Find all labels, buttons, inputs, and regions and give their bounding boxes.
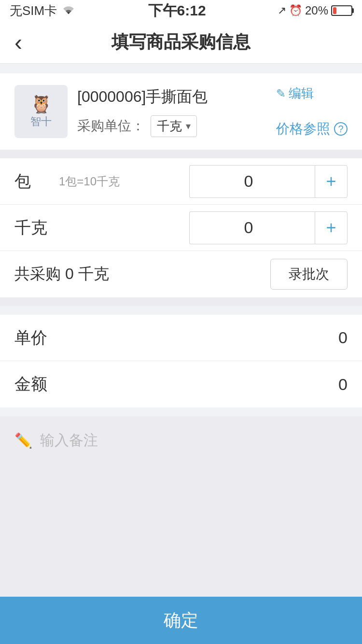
bag-input-row: 包 1包=10千克 +: [0, 158, 362, 205]
unit-price-row: 单价 0: [0, 315, 362, 361]
product-info: [0000006]手撕面包 采购单位： 千克 ▾: [77, 86, 266, 137]
bag-input[interactable]: [189, 165, 315, 198]
kg-label: 千克: [14, 217, 53, 239]
price-ref-help-icon: ?: [334, 122, 348, 136]
bag-input-wrap: +: [120, 165, 348, 198]
status-carrier: 无SIM卡: [10, 2, 76, 19]
edit-icon: ✎: [276, 87, 286, 100]
battery-pct: 20%: [305, 4, 328, 17]
unit-value: 千克: [157, 118, 182, 135]
confirm-button[interactable]: 确定: [0, 597, 362, 644]
divider-2: [0, 297, 362, 306]
amount-label: 金额: [14, 373, 47, 395]
batch-button[interactable]: 录批次: [270, 259, 348, 290]
unit-dropdown-icon: ▾: [186, 120, 191, 132]
kg-input-row: 千克 +: [0, 205, 362, 251]
status-time: 下午6:12: [148, 1, 206, 21]
kg-input[interactable]: [189, 211, 315, 244]
back-button[interactable]: ‹: [14, 29, 22, 56]
summary-row: 共采购 0 千克 录批次: [0, 251, 362, 297]
location-icon: ↗: [278, 4, 286, 17]
carrier-text: 无SIM卡: [10, 2, 57, 19]
product-image: 🦉 智十: [14, 85, 68, 138]
bag-label: 包: [14, 170, 53, 193]
pencil-icon: ✏️: [14, 432, 32, 449]
notes-placeholder: 输入备注: [40, 431, 98, 450]
product-card: 🦉 智十 [0000006]手撕面包 采购单位： 千克 ▾ ✎ 编辑 价格参照 …: [0, 73, 362, 150]
price-section: 单价 0 金额 0: [0, 315, 362, 407]
kg-plus-button[interactable]: +: [315, 211, 348, 244]
kg-input-wrap: +: [53, 211, 348, 244]
unit-price-value: 0: [338, 328, 348, 347]
input-section: 包 1包=10千克 + 千克 + 共采购 0 千克 录批次: [0, 158, 362, 297]
bag-sublabel: 1包=10千克: [59, 174, 120, 189]
amount-value: 0: [338, 375, 348, 394]
price-ref-button[interactable]: 价格参照 ?: [276, 120, 348, 138]
battery-icon: [331, 5, 352, 16]
unit-selector[interactable]: 千克 ▾: [151, 115, 197, 137]
divider-1: [0, 150, 362, 158]
unit-price-label: 单价: [14, 327, 47, 349]
page-title: 填写商品采购信息: [111, 30, 251, 54]
product-name: [0000006]手撕面包: [77, 86, 266, 108]
product-card-right: ✎ 编辑 价格参照 ?: [276, 85, 348, 138]
edit-button[interactable]: ✎ 编辑: [276, 85, 314, 102]
nav-bar: ‹ 填写商品采购信息: [0, 21, 362, 64]
wifi-icon: [61, 5, 76, 16]
price-ref-label: 价格参照: [276, 120, 330, 138]
product-unit-row: 采购单位： 千克 ▾: [77, 115, 266, 137]
bag-plus-button[interactable]: +: [315, 165, 348, 198]
notes-section[interactable]: ✏️ 输入备注: [0, 416, 362, 465]
status-bar: 无SIM卡 下午6:12 ↗ ⏰ 20%: [0, 0, 362, 21]
bottom-space: [0, 465, 362, 610]
amount-row: 金额 0: [0, 361, 362, 407]
unit-label: 采购单位：: [77, 117, 145, 135]
alarm-icon: ⏰: [289, 4, 302, 17]
summary-text: 共采购 0 千克: [14, 264, 109, 285]
status-right: ↗ ⏰ 20%: [278, 4, 352, 17]
